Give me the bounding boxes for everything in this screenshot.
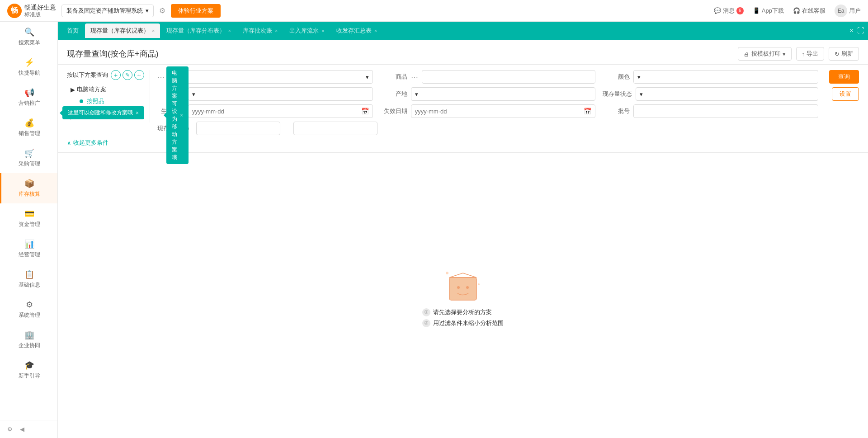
goods-dots[interactable]: ⋯ xyxy=(411,73,418,81)
tab-close-stock-status[interactable]: × xyxy=(152,28,155,33)
logo-icon: 畅 xyxy=(7,4,22,18)
tab-stock-status[interactable]: 现存量（库存状况表） × xyxy=(85,24,160,38)
refresh-icon: ↻ xyxy=(835,51,840,57)
sidebar-item-finance[interactable]: 💳 资金管理 xyxy=(0,203,57,234)
warehouse-select[interactable]: ▾ xyxy=(168,70,373,84)
svg-point-2 xyxy=(457,286,460,289)
origin-select[interactable]: ▾ xyxy=(411,87,596,101)
message-item[interactable]: 💬 消息 6 xyxy=(714,7,744,15)
reset-button[interactable]: 设置 xyxy=(832,87,859,101)
tab-recv-summary[interactable]: 收发存汇总表 × xyxy=(331,24,382,38)
empty-step1: ① 请先选择要分析的方案 xyxy=(422,308,504,316)
sidebar-collapse-icon[interactable]: ◀ xyxy=(20,426,24,433)
svg-rect-0 xyxy=(449,278,476,300)
chevron-down-icon: ▾ xyxy=(415,91,418,98)
filter-warehouse: ⋯ ▾ xyxy=(157,70,373,84)
expiry-date-field[interactable] xyxy=(415,108,582,115)
tab-fullscreen-icon[interactable]: ⛶ xyxy=(857,27,864,35)
arrow-icon: ▶ xyxy=(71,86,75,93)
tab-close-in-out-flow[interactable]: × xyxy=(321,28,324,33)
basic-info-icon: 📋 xyxy=(24,269,34,279)
trial-button[interactable]: 体验行业方案 xyxy=(171,4,221,18)
color-select[interactable]: ▾ xyxy=(633,70,818,84)
tree-item-pc[interactable]: ▶ 电脑端方案 xyxy=(67,84,144,95)
tab-close-all-icon[interactable]: × xyxy=(849,27,854,35)
tab-close-stock-dist[interactable]: × xyxy=(228,28,231,33)
filter-actions: + ✎ ← xyxy=(111,70,144,80)
chevron-down-icon: ▾ xyxy=(366,74,369,80)
logo-main-text: 畅通好生意 xyxy=(24,3,56,11)
production-date-field[interactable] xyxy=(192,108,359,115)
scheme-tooltip2: 这里可以创建和修改方案哦 × xyxy=(62,106,144,119)
warehouse-dots[interactable]: ⋯ xyxy=(157,73,165,81)
stock-status-select[interactable]: ▾ xyxy=(636,87,818,101)
calendar-icon2[interactable]: 📅 xyxy=(584,108,591,115)
sidebar-item-quick-nav[interactable]: ⚡ 快捷导航 xyxy=(0,52,57,82)
collapse-button[interactable]: ∧ 收起更多条件 xyxy=(67,139,108,147)
message-icon: 💬 xyxy=(714,7,721,14)
production-date-input[interactable]: 📅 xyxy=(188,104,373,118)
sidebar-item-sales[interactable]: 💰 销售管理 xyxy=(0,113,57,143)
back-scheme-button[interactable]: ← xyxy=(134,70,144,80)
chevron-down-icon: ▾ xyxy=(640,91,643,98)
system-name-selector[interactable]: 装备及固定资产辅助管理系统 ▾ xyxy=(61,5,154,17)
svg-point-5 xyxy=(478,283,480,285)
stock-main-from[interactable] xyxy=(196,122,280,135)
print-button[interactable]: 🖨 按模板打印 ▾ xyxy=(738,47,792,61)
sidebar-settings-icon[interactable]: ⚙ xyxy=(7,426,13,433)
chevron-down-icon: ▾ xyxy=(637,74,641,80)
add-scheme-button[interactable]: + xyxy=(111,70,121,80)
tab-bar-actions: × ⛶ xyxy=(849,27,864,35)
logo-tag: 标准版 xyxy=(24,11,56,19)
user-item[interactable]: Ea 用户 xyxy=(835,5,861,17)
scheme-tooltip-close[interactable]: × xyxy=(180,112,183,118)
sidebar-item-purchase[interactable]: 🛒 采购管理 xyxy=(0,143,57,173)
empty-state: ① 请先选择要分析的方案 ② 用过滤条件来缩小分析范围 xyxy=(58,153,868,438)
chevron-up-icon: ∧ xyxy=(67,140,71,146)
svg-point-3 xyxy=(466,286,469,289)
size-select[interactable]: ▾ xyxy=(188,87,373,101)
filter-stock-main: 现存量（主） — xyxy=(157,122,377,135)
filter-color: 颜色 ▾ xyxy=(603,70,818,84)
sidebar-bottom: ⚙ ◀ xyxy=(0,420,57,438)
scheme-tooltip2-close[interactable]: × xyxy=(136,110,139,116)
refresh-button[interactable]: ↻ 刷新 xyxy=(829,47,859,61)
sales-icon: 💰 xyxy=(24,118,34,128)
operations-icon: 📊 xyxy=(24,239,34,249)
sidebar-item-stock[interactable]: 📦 库存核算 xyxy=(0,173,57,203)
expiry-date-input[interactable]: 📅 xyxy=(411,104,596,118)
sidebar-item-basic-info[interactable]: 📋 基础信息 xyxy=(0,264,57,294)
app-download-item[interactable]: 📱 App下载 xyxy=(753,7,784,15)
tab-in-out-flow[interactable]: 出入库流水 × xyxy=(284,24,330,38)
settings-icon[interactable]: ⚙ xyxy=(159,6,165,15)
sidebar-item-enterprise[interactable]: 🏢 企业协同 xyxy=(0,325,57,355)
tab-batch-account[interactable]: 库存批次账 × xyxy=(237,24,283,38)
message-badge: 6 xyxy=(736,7,744,14)
sidebar-item-guide[interactable]: 🎓 新手引导 xyxy=(0,355,57,385)
calendar-icon[interactable]: 📅 xyxy=(361,108,369,115)
filter-goods: 商品 ⋯ xyxy=(380,70,596,84)
sidebar-item-operations[interactable]: 📊 经营管理 xyxy=(0,234,57,264)
goods-select[interactable] xyxy=(422,70,596,84)
purchase-icon: 🛒 xyxy=(24,148,34,158)
tab-close-batch-account[interactable]: × xyxy=(275,28,278,33)
tab-stock-dist[interactable]: 现存量（库存分布表） × xyxy=(161,24,236,38)
empty-step2: ② 用过滤条件来缩小分析范围 xyxy=(422,319,504,327)
mobile-icon: 📱 xyxy=(753,7,760,14)
edit-scheme-button[interactable]: ✎ xyxy=(123,70,132,80)
search-button[interactable]: 查询 xyxy=(829,70,859,84)
tree-item-pc-default[interactable]: 按照品 xyxy=(76,95,144,107)
stock-main-to[interactable] xyxy=(293,122,377,135)
sidebar: 🔍 搜索菜单 ⚡ 快捷导航 📢 营销推广 💰 销售管理 🛒 采购管理 📦 xyxy=(0,22,58,438)
online-support-item[interactable]: 🎧 在线客服 xyxy=(793,7,826,15)
quick-nav-icon: ⚡ xyxy=(24,57,34,67)
sidebar-item-marketing[interactable]: 📢 营销推广 xyxy=(0,82,57,113)
sidebar-item-search-menu[interactable]: 🔍 搜索菜单 xyxy=(0,22,57,52)
batch-input[interactable] xyxy=(633,104,818,118)
tab-home[interactable]: 首页 xyxy=(61,24,84,38)
scheme-tooltip: 电脑方案可设为移动方案哦 × xyxy=(166,66,189,164)
tab-close-recv-summary[interactable]: × xyxy=(374,28,377,33)
export-button[interactable]: ↑ 导出 xyxy=(796,47,825,61)
chevron-down-icon: ▾ xyxy=(146,7,149,14)
sidebar-item-system[interactable]: ⚙ 系统管理 xyxy=(0,294,57,325)
